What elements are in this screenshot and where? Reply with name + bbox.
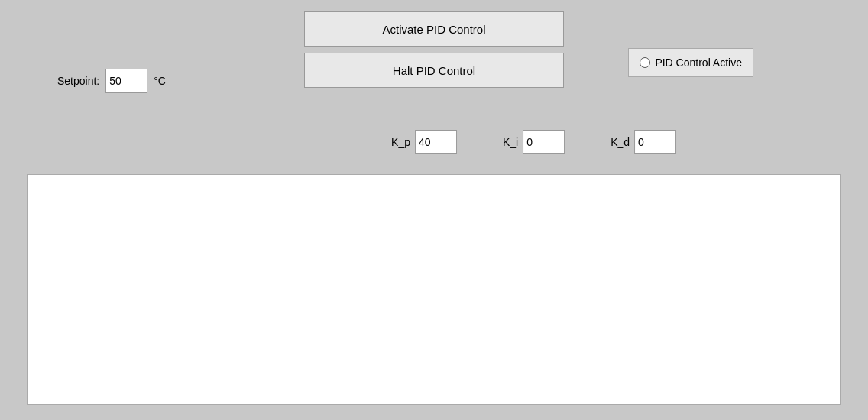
kd-input[interactable] bbox=[634, 130, 676, 154]
radio-circle-icon bbox=[640, 57, 650, 68]
setpoint-label: Setpoint: bbox=[57, 75, 99, 87]
setpoint-input[interactable] bbox=[105, 69, 147, 93]
ki-label: K_i bbox=[503, 136, 518, 148]
ki-input[interactable] bbox=[523, 130, 565, 154]
kp-label: K_p bbox=[391, 136, 410, 148]
activate-pid-button[interactable]: Activate PID Control bbox=[304, 11, 564, 47]
kd-label: K_d bbox=[611, 136, 630, 148]
pid-status-label: PID Control Active bbox=[655, 57, 742, 69]
pid-params-area: K_p K_i K_d bbox=[391, 130, 676, 154]
ki-group: K_i bbox=[503, 130, 565, 154]
kd-group: K_d bbox=[611, 130, 676, 154]
setpoint-area: Setpoint: °C bbox=[57, 69, 166, 93]
kp-input[interactable] bbox=[415, 130, 457, 154]
setpoint-unit: °C bbox=[154, 75, 166, 87]
kp-group: K_p bbox=[391, 130, 457, 154]
chart-area bbox=[27, 174, 841, 405]
halt-pid-button[interactable]: Halt PID Control bbox=[304, 53, 564, 88]
pid-status-indicator: PID Control Active bbox=[628, 48, 753, 77]
